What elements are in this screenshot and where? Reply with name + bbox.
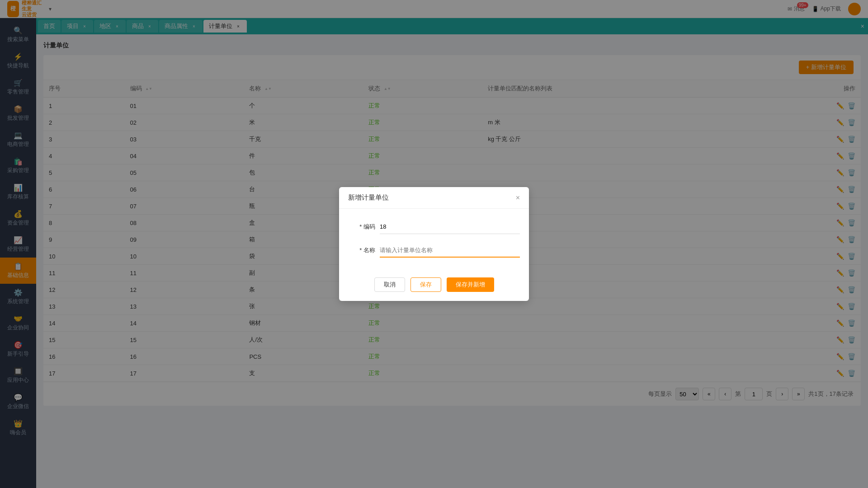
name-input[interactable] bbox=[380, 243, 520, 258]
form-row-name: * 名称 bbox=[348, 243, 520, 258]
modal-close-button[interactable]: × bbox=[516, 194, 520, 202]
add-unit-modal: 新增计量单位 × * 编码 * 名称 取消 保存 保存并新增 bbox=[339, 187, 529, 301]
name-label: * 名称 bbox=[348, 246, 380, 254]
modal-overlay[interactable]: 新增计量单位 × * 编码 * 名称 取消 保存 保存并新增 bbox=[0, 0, 868, 488]
modal-footer: 取消 保存 保存并新增 bbox=[339, 272, 529, 301]
code-label: * 编码 bbox=[348, 223, 380, 231]
save-new-button[interactable]: 保存并新增 bbox=[447, 277, 494, 292]
save-button[interactable]: 保存 bbox=[410, 277, 441, 292]
form-row-code: * 编码 bbox=[348, 220, 520, 234]
code-input[interactable] bbox=[380, 220, 520, 234]
modal-body: * 编码 * 名称 bbox=[339, 209, 529, 272]
cancel-button[interactable]: 取消 bbox=[374, 277, 405, 292]
modal-title: 新增计量单位 bbox=[348, 193, 389, 202]
modal-header: 新增计量单位 × bbox=[339, 187, 529, 209]
